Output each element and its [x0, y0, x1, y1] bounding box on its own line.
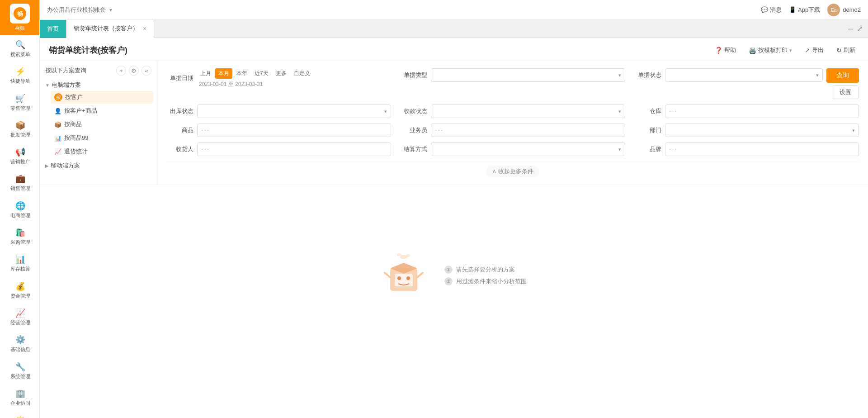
topbar-left: 办公用品行业模拟账套 ▾	[47, 6, 112, 14]
print-button[interactable]: 🖨️ 按模板打印 ▾	[745, 44, 796, 56]
sidebar-navigation: 🔍 搜索菜单 ⚡ 快捷导航 🛒 零售管理 📦 批发管理 📢 营销推广 💼 销售管…	[0, 35, 39, 418]
setting-button[interactable]: 设置	[832, 86, 859, 99]
sidebar-item-system[interactable]: 🔧 系统管理	[0, 357, 39, 384]
scheme-item-goods[interactable]: 📦 按商品	[51, 118, 153, 131]
filter-control-brand[interactable]: ···	[665, 142, 859, 156]
tab-minimize-icon[interactable]: ─	[848, 25, 853, 33]
date-tabs: 上月 本月 本年 近7天 更多 自定义	[197, 68, 313, 79]
logo-area[interactable]: 畅 标账	[0, 0, 39, 35]
scheme-group-header-desktop[interactable]: ▼ 电脑端方案	[43, 79, 153, 91]
scheme-item-icon: 📦	[54, 121, 61, 128]
filter-control-receive-status[interactable]: ▾	[431, 104, 625, 118]
scheme-settings-button[interactable]: ⚙	[129, 66, 139, 76]
sidebar-item-label: 零售管理	[10, 105, 30, 111]
filter-field-department: 部门 ▾	[634, 124, 859, 137]
scheme-item-returns[interactable]: 📈 退货统计	[51, 145, 153, 158]
scheme-group-header-mobile[interactable]: ▶ 移动端方案	[43, 160, 153, 171]
sidebar-item-newbie[interactable]: 🌟 新手引导	[0, 411, 39, 418]
query-button[interactable]: 查询	[826, 68, 859, 83]
tab-sales-stats[interactable]: 销货单统计表（按客户） ×	[66, 20, 154, 38]
filter-control-out-status[interactable]: ▾	[197, 104, 391, 118]
sidebar-item-search[interactable]: 🔍 搜索菜单	[0, 35, 39, 62]
svg-text:畅: 畅	[17, 10, 23, 17]
scheme-item-customer[interactable]: 按 按客户	[51, 91, 153, 104]
filter-row-3: 商品 ··· 业务员 ··· 部门	[166, 124, 859, 137]
refresh-button[interactable]: ↻ 刷新	[833, 44, 859, 56]
date-tab-custom[interactable]: 自定义	[291, 68, 313, 79]
marketing-icon: 📢	[15, 147, 25, 157]
department-chevron: ▾	[852, 128, 855, 133]
sidebar-item-label: 基础信息	[10, 346, 30, 352]
print-dropdown-icon[interactable]: ▾	[789, 48, 792, 53]
user-area[interactable]: Ea demo2	[827, 4, 861, 16]
sidebar-item-quicknav[interactable]: ⚡ 快捷导航	[0, 62, 39, 89]
tab-close-icon[interactable]: ×	[143, 25, 146, 32]
filter-label-department: 部门	[634, 126, 661, 134]
filter-label-out-status: 出库状态	[166, 107, 193, 115]
export-button[interactable]: ↗ 导出	[801, 44, 827, 56]
date-tab-this-month[interactable]: 本月	[215, 68, 232, 79]
filter-control-doc-type[interactable]: ▾	[431, 68, 625, 82]
topbar-dropdown-icon[interactable]: ▾	[109, 7, 112, 13]
system-icon: 🔧	[15, 362, 25, 372]
filter-control-doc-status[interactable]: ▾	[665, 68, 823, 82]
date-tab-7days[interactable]: 近7天	[251, 68, 272, 79]
date-tab-last-month[interactable]: 上月	[197, 68, 214, 79]
date-filter: 上月 本月 本年 近7天 更多 自定义	[197, 68, 391, 79]
tip-num-2: ②	[444, 277, 453, 285]
sidebar-item-retail[interactable]: 🛒 零售管理	[0, 89, 39, 116]
scheme-group-mobile: ▶ 移动端方案	[40, 160, 157, 171]
filter-control-goods[interactable]: ···	[197, 124, 391, 137]
scheme-group-name: 移动端方案	[51, 162, 80, 170]
warehouse-dots: ···	[669, 107, 678, 115]
sidebar-item-enterprise[interactable]: 🏢 企业协同	[0, 384, 39, 411]
query-actions: 查询 设置	[826, 68, 859, 99]
scheme-group-name: 电脑端方案	[52, 81, 81, 89]
logo-text: 标账	[15, 25, 25, 32]
scheme-item-customer-goods[interactable]: 👤 按客户+商品	[51, 104, 153, 117]
app-download-icon: 📱	[789, 6, 796, 13]
tab-maximize-icon[interactable]: ⤢	[857, 24, 863, 33]
date-tab-more[interactable]: 更多	[273, 68, 290, 79]
filter-label-date: 单据日期	[166, 74, 193, 82]
finance-icon: 💰	[15, 281, 25, 291]
message-button[interactable]: 💬 消息	[761, 6, 782, 14]
scheme-collapse-button[interactable]: «	[142, 66, 151, 76]
topbar-title: 办公用品行业模拟账套	[47, 6, 106, 14]
collapse-button[interactable]: ∧ 收起更多条件	[486, 166, 539, 177]
scheme-panel-header: 按以下方案查询 + ⚙ «	[40, 66, 157, 79]
tab-home[interactable]: 首页	[40, 20, 66, 38]
filter-control-warehouse[interactable]: ···	[665, 104, 859, 118]
date-tab-this-year[interactable]: 本年	[233, 68, 250, 79]
empty-tip-2: ② 用过滤条件来缩小分析范围	[444, 277, 527, 285]
scheme-item-goods99[interactable]: 📊 按商品99	[51, 132, 153, 144]
scheme-item-label: 按客户+商品	[64, 107, 97, 115]
sidebar-item-label: 电商管理	[10, 212, 30, 218]
filter-control-salesperson[interactable]: ···	[431, 124, 625, 137]
help-button[interactable]: ❓ 帮助	[711, 44, 740, 56]
avatar: Ea	[827, 4, 840, 16]
date-range-text: 2023-03-01 至 2023-03-31	[199, 81, 391, 88]
sidebar-item-sales[interactable]: 💼 销售管理	[0, 169, 39, 196]
sidebar-item-finance[interactable]: 💰 资金管理	[0, 277, 39, 304]
scheme-item-icon: 📊	[54, 135, 61, 142]
tip-num-1: ①	[444, 266, 453, 274]
sidebar-item-wholesale[interactable]: 📦 批发管理	[0, 116, 39, 142]
sidebar-item-ecommerce[interactable]: 🌐 电商管理	[0, 196, 39, 223]
filter-control-settlement[interactable]: ▾	[431, 142, 625, 156]
sidebar-item-label: 企业协同	[10, 400, 30, 406]
filter-control-receiver[interactable]: ···	[197, 142, 391, 156]
app-download-button[interactable]: 📱 App下载	[789, 6, 820, 14]
sidebar-item-basic[interactable]: ⚙️ 基础信息	[0, 330, 39, 357]
filter-field-doc-status: 单据状态 ▾	[634, 68, 823, 82]
logo-icon: 畅	[10, 4, 30, 24]
sidebar-item-marketing[interactable]: 📢 营销推广	[0, 142, 39, 169]
scheme-add-button[interactable]: +	[116, 66, 126, 76]
svg-rect-7	[395, 274, 413, 286]
filter-field-settlement: 结算方式 ▾	[400, 142, 625, 156]
sidebar-item-inventory[interactable]: 📊 库存核算	[0, 250, 39, 276]
sidebar-item-operation[interactable]: 📈 经营管理	[0, 304, 39, 330]
sidebar-item-label: 搜索菜单	[10, 51, 30, 57]
sidebar-item-purchase[interactable]: 🛍️ 采购管理	[0, 223, 39, 250]
filter-control-department[interactable]: ▾	[665, 124, 859, 137]
